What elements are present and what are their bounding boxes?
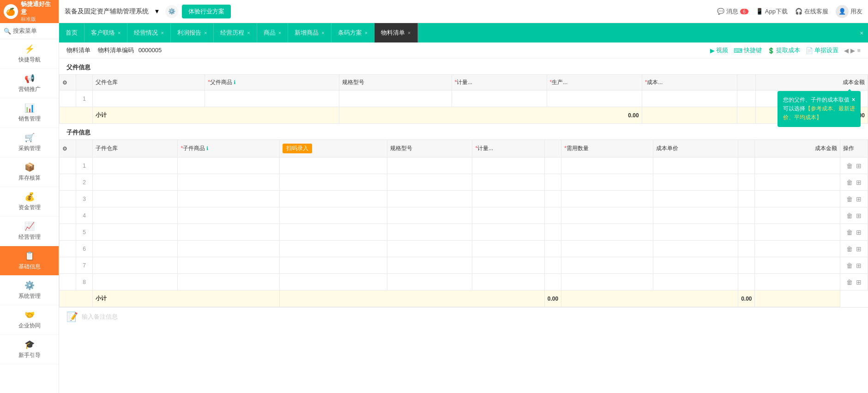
view-video-button[interactable]: ▶ 视频	[710, 46, 728, 54]
child-row-product-3[interactable]	[178, 191, 280, 207]
delete-icon-6[interactable]: 🗑	[846, 245, 853, 253]
parent-row-product[interactable]	[205, 91, 339, 107]
child-row-unit-5[interactable]	[472, 224, 544, 241]
child-row-product-4[interactable]	[178, 207, 280, 224]
child-row-unit-6[interactable]	[472, 241, 544, 257]
tooltip-close-button[interactable]: ×	[852, 96, 855, 104]
sidebar-item-marketing[interactable]: 📢 营销推广	[0, 69, 59, 98]
child-row-warehouse-6[interactable]	[93, 241, 178, 257]
child-row-unit-price-1[interactable]	[653, 157, 738, 174]
copy-icon-6[interactable]: ⊞	[856, 245, 862, 253]
sidebar-item-guide[interactable]: 🎓 新手引导	[0, 335, 59, 364]
child-row-unit-price-2[interactable]	[653, 174, 738, 191]
child-row-unit-price-8[interactable]	[653, 274, 738, 290]
note-hint[interactable]: 输入备注信息	[82, 313, 118, 321]
copy-icon-5[interactable]: ⊞	[856, 229, 862, 236]
extract-cost-button[interactable]: 💲 提取成本	[767, 46, 800, 54]
delete-icon-4[interactable]: 🗑	[846, 212, 853, 219]
child-row-unit-price-4[interactable]	[653, 207, 738, 224]
sidebar-search[interactable]: 🔍 搜索菜单	[0, 23, 59, 39]
delete-icon-5[interactable]: 🗑	[846, 229, 853, 236]
sidebar-item-quick-nav[interactable]: ⚡ 快捷导航	[0, 39, 59, 69]
child-row-qty-4[interactable]	[561, 207, 653, 224]
child-row-warehouse-5[interactable]	[93, 224, 178, 241]
parent-row-produce[interactable]	[547, 91, 642, 107]
grid-view-icon[interactable]: ≡	[857, 47, 861, 54]
parent-row-unit[interactable]	[452, 91, 547, 107]
tab-profit[interactable]: 利润报告 ×	[171, 23, 214, 42]
tab-barcode-close[interactable]: ×	[365, 30, 368, 36]
trial-button[interactable]: 体验行业方案	[182, 5, 231, 18]
sidebar-item-purchase[interactable]: 🛒 采购管理	[0, 128, 59, 157]
child-row-spec-3[interactable]	[387, 191, 472, 207]
delete-icon-7[interactable]: 🗑	[846, 262, 853, 269]
child-row-unit-price-7[interactable]	[653, 257, 738, 274]
child-row-warehouse-3[interactable]	[93, 191, 178, 207]
tab-customer[interactable]: 客户联络 ×	[84, 23, 127, 42]
child-row-spec-8[interactable]	[387, 274, 472, 290]
tab-operations-close[interactable]: ×	[161, 30, 163, 36]
tab-history[interactable]: 经营历程 ×	[214, 23, 257, 42]
child-row-unit-price-5[interactable]	[653, 224, 738, 241]
tab-product-close[interactable]: ×	[278, 30, 281, 36]
next-arrow[interactable]: ▶	[850, 47, 855, 54]
child-row-qty-3[interactable]	[561, 191, 653, 207]
child-row-spec-1[interactable]	[387, 157, 472, 174]
child-row-product-7[interactable]	[178, 257, 280, 274]
sidebar-item-sales[interactable]: 📊 销售管理	[0, 98, 59, 128]
tab-bom[interactable]: 物料清单 ×	[374, 23, 417, 42]
child-row-warehouse-4[interactable]	[93, 207, 178, 224]
sidebar-item-inventory[interactable]: 📦 库存核算	[0, 157, 59, 187]
delete-icon-3[interactable]: 🗑	[846, 195, 853, 203]
child-row-product-1[interactable]	[178, 157, 280, 174]
child-row-unit-price-3[interactable]	[653, 191, 738, 207]
parent-row-spec[interactable]	[339, 91, 452, 107]
copy-icon-8[interactable]: ⊞	[856, 278, 862, 286]
tab-operations[interactable]: 经营情况 ×	[127, 23, 170, 42]
child-row-unit-price-6[interactable]	[653, 241, 738, 257]
scan-input-button[interactable]: 扫码录入	[283, 144, 312, 153]
sidebar-item-base-info[interactable]: 📋 基础信息	[0, 246, 59, 276]
child-row-unit-8[interactable]	[472, 274, 544, 290]
child-col-scan[interactable]: 扫码录入	[280, 140, 387, 157]
tab-customer-close[interactable]: ×	[118, 30, 121, 36]
tab-history-close[interactable]: ×	[247, 30, 250, 36]
child-row-unit-7[interactable]	[472, 257, 544, 274]
child-row-unit-4[interactable]	[472, 207, 544, 224]
copy-icon-4[interactable]: ⊞	[856, 212, 862, 219]
child-row-warehouse-8[interactable]	[93, 274, 178, 290]
child-row-warehouse-2[interactable]	[93, 174, 178, 191]
app-download-button[interactable]: 📱 App下载	[756, 7, 788, 16]
shortcut-button[interactable]: ⌨ 快捷键	[734, 46, 762, 54]
sidebar-item-enterprise[interactable]: 🤝 企业协同	[0, 305, 59, 335]
tab-bom-close[interactable]: ×	[408, 30, 410, 36]
child-row-unit-2[interactable]	[472, 174, 544, 191]
child-row-warehouse-7[interactable]	[93, 257, 178, 274]
child-row-qty-2[interactable]	[561, 174, 653, 191]
dropdown-arrow[interactable]: ▼	[152, 7, 162, 16]
child-row-unit-3[interactable]	[472, 191, 544, 207]
child-row-product-6[interactable]	[178, 241, 280, 257]
tab-product[interactable]: 商品 ×	[257, 23, 288, 42]
tab-barcode[interactable]: 条码方案 ×	[332, 23, 374, 42]
copy-icon-2[interactable]: ⊞	[856, 179, 862, 186]
tab-new-product[interactable]: 新增商品 ×	[288, 23, 331, 42]
child-row-qty-1[interactable]	[561, 157, 653, 174]
delete-icon-8[interactable]: 🗑	[846, 278, 853, 286]
tab-new-product-close[interactable]: ×	[321, 30, 324, 36]
settings-button[interactable]: ⚙️	[165, 5, 178, 18]
child-row-spec-7[interactable]	[387, 257, 472, 274]
sidebar-item-system[interactable]: ⚙️ 系统管理	[0, 276, 59, 305]
child-row-spec-4[interactable]	[387, 207, 472, 224]
user-menu[interactable]: 👤 用友	[836, 5, 862, 18]
child-row-qty-7[interactable]	[561, 257, 653, 274]
child-row-warehouse-1[interactable]	[93, 157, 178, 174]
child-row-unit-1[interactable]	[472, 157, 544, 174]
sidebar-item-operations[interactable]: 📈 经营管理	[0, 217, 59, 246]
close-all-tabs[interactable]: ×	[855, 30, 868, 36]
child-row-product-5[interactable]	[178, 224, 280, 241]
delete-icon-1[interactable]: 🗑	[846, 162, 853, 169]
child-row-spec-6[interactable]	[387, 241, 472, 257]
tab-home[interactable]: 首页	[59, 23, 84, 42]
child-row-qty-5[interactable]	[561, 224, 653, 241]
